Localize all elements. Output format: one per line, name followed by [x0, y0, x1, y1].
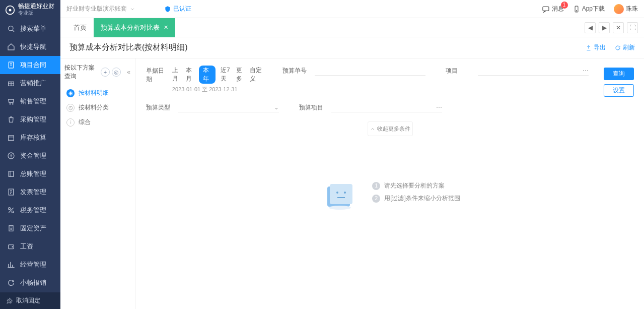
user-name: 珠珠	[626, 5, 638, 13]
page-header: 预算成本分析对比表(按材料明细) 导出 刷新	[60, 37, 644, 58]
add-scheme-button[interactable]: +	[101, 68, 110, 77]
collapse-panel-button[interactable]: «	[126, 69, 131, 76]
export-label: 导出	[594, 43, 606, 52]
preset-this-year[interactable]: 本年	[199, 66, 216, 84]
tab-prev-button[interactable]: ◀	[585, 22, 596, 33]
settings-button[interactable]: 设置	[604, 84, 634, 97]
tab-home[interactable]: 首页	[66, 18, 94, 37]
project-label: 项目	[446, 66, 474, 75]
project-input[interactable]: ⋯	[478, 66, 589, 76]
svg-point-15	[12, 246, 13, 247]
preset-this-month[interactable]: 本月	[186, 66, 194, 83]
nav-label: 工资	[20, 242, 33, 251]
gift-icon	[7, 79, 15, 87]
collapse-filters-button[interactable]: 收起更多条件	[368, 121, 413, 136]
clock-icon: ◷	[66, 104, 75, 112]
svg-point-1	[9, 9, 12, 11]
scheme-material-category[interactable]: ◷ 按材料分类	[64, 100, 131, 115]
wallet-icon	[7, 242, 15, 251]
fullscreen-button[interactable]: ⛶	[627, 22, 638, 33]
unpin-label: 取消固定	[16, 296, 40, 305]
stats-icon: ⁝	[66, 118, 75, 127]
tab-close-all-button[interactable]: ✕	[613, 22, 624, 33]
preset-7days[interactable]: 近7天	[221, 66, 231, 83]
nav-fixed-asset[interactable]: 固定资产	[0, 219, 60, 237]
tab-label: 预算成本分析对比表	[101, 23, 160, 32]
chevron-down-icon	[130, 7, 135, 12]
account-name: 好业财专业版演示账套	[66, 5, 127, 13]
budget-no-input[interactable]	[315, 66, 425, 76]
budget-type-label: 预算类型	[146, 102, 174, 112]
chevron-up-icon	[370, 127, 375, 132]
close-icon[interactable]: ✕	[164, 24, 168, 31]
tab-next-button[interactable]: ▶	[599, 22, 610, 33]
svg-point-25	[329, 206, 351, 210]
shield-icon	[164, 6, 171, 13]
account-selector[interactable]: 好业财专业版演示账套	[66, 5, 152, 13]
export-button[interactable]: 导出	[586, 43, 606, 52]
page-title: 预算成本分析对比表(按材料明细)	[69, 42, 188, 53]
scheme-settings-button[interactable]: ◎	[112, 68, 121, 77]
preset-last-month[interactable]: 上月	[172, 66, 181, 83]
tab-budget-analysis[interactable]: 预算成本分析对比表 ✕	[94, 18, 175, 37]
date-label: 单据日期	[146, 66, 168, 84]
money-icon	[7, 152, 15, 160]
app-download-button[interactable]: App下载	[573, 5, 605, 13]
svg-rect-22	[330, 184, 352, 204]
query-button[interactable]: 查询	[604, 68, 634, 80]
verified-badge: 已认证	[164, 5, 191, 13]
more-icon[interactable]: ⋯	[436, 104, 442, 111]
nav-sales[interactable]: 销售管理	[0, 92, 60, 110]
unpin-button[interactable]: 取消固定	[0, 292, 60, 309]
collapse-label: 收起更多条件	[377, 125, 410, 133]
nav-label: 采购管理	[20, 115, 46, 124]
nav-reimburse[interactable]: 小畅报销	[0, 274, 60, 292]
refresh-icon	[615, 45, 621, 51]
nav-label: 固定资产	[20, 224, 46, 233]
nav-tax[interactable]: 税务管理	[0, 201, 60, 219]
svg-point-24	[344, 192, 346, 194]
nav-salary[interactable]: 工资	[0, 237, 60, 256]
chevron-down-icon: ⌄	[274, 104, 279, 111]
budget-type-select[interactable]: ⌄	[178, 102, 279, 112]
preset-custom[interactable]: 自定义	[250, 66, 262, 83]
nav-ledger[interactable]: 总账管理	[0, 165, 60, 183]
svg-point-20	[576, 10, 577, 11]
scheme-label: 按材料分类	[79, 103, 109, 112]
cart-icon	[7, 97, 15, 105]
more-icon[interactable]: ⋯	[583, 67, 589, 74]
nav-quick-nav[interactable]: 快捷导航	[0, 38, 60, 56]
nav-invoice[interactable]: 发票管理	[0, 183, 60, 201]
user-menu[interactable]: 珠珠	[614, 4, 638, 14]
nav-purchase[interactable]: 采购管理	[0, 110, 60, 129]
nav-fund[interactable]: 资金管理	[0, 147, 60, 165]
nav-label: 项目合同	[20, 60, 46, 70]
nav-search-menu[interactable]: 搜索菜单	[0, 20, 60, 38]
svg-point-23	[336, 192, 338, 194]
svg-rect-18	[543, 7, 549, 11]
svg-point-11	[9, 208, 11, 210]
chart-icon	[7, 261, 15, 269]
nav-operation[interactable]: 经营管理	[0, 256, 60, 274]
nav-label: 发票管理	[20, 188, 46, 197]
nav-label: 快捷导航	[20, 42, 46, 51]
tab-label: 首页	[74, 23, 87, 32]
scheme-material-detail[interactable]: ◉ 按材料明细	[64, 86, 131, 100]
nav-inventory[interactable]: 库存核算	[0, 129, 60, 147]
preset-more[interactable]: 更多	[236, 66, 245, 83]
nav-marketing[interactable]: 营销推广	[0, 74, 60, 92]
scheme-comprehensive[interactable]: ⁝ 综合	[64, 115, 131, 130]
messages-button[interactable]: 消息 1	[542, 5, 564, 13]
budget-item-input[interactable]: ⋯	[331, 102, 442, 112]
step-1-num: 1	[372, 182, 380, 190]
empty-state: 1请先选择要分析的方案 2用[过滤]条件来缩小分析范围	[146, 136, 634, 252]
doc-icon	[7, 61, 15, 69]
nav-project-contract[interactable]: 项目合同	[0, 56, 60, 74]
nav-label: 库存核算	[20, 133, 46, 142]
percent-icon	[7, 206, 15, 214]
bag-icon	[7, 115, 15, 123]
nav-label: 税务管理	[20, 206, 46, 215]
date-range: 2023-01-01 至 2023-12-31	[172, 86, 262, 93]
messages-badge: 1	[561, 2, 568, 9]
refresh-button[interactable]: 刷新	[615, 43, 635, 52]
